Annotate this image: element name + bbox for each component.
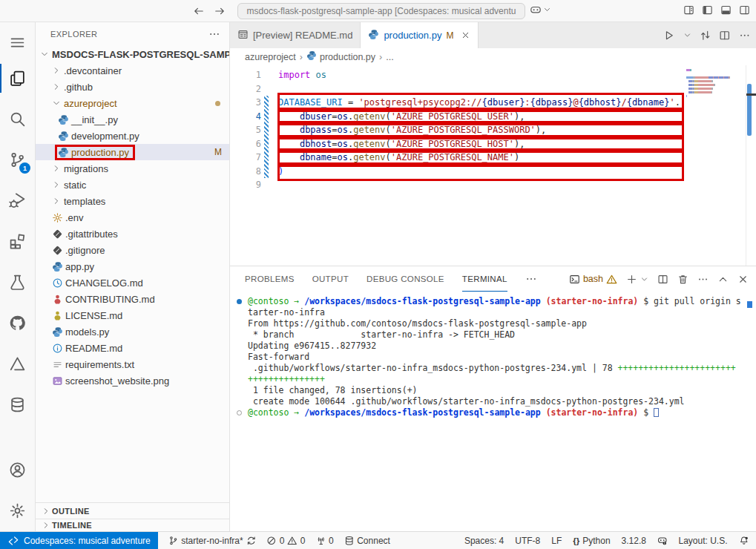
tree-item-screenshot-website.png[interactable]: screenshot_website.png (36, 372, 229, 389)
toggle-panel-icon[interactable] (720, 4, 732, 16)
activity-accounts[interactable] (0, 450, 35, 490)
breadcrumb-item[interactable]: azureproject (245, 52, 296, 62)
activity-testing[interactable] (0, 262, 35, 303)
tree-item-.github[interactable]: .github (36, 79, 229, 95)
code-token: @ (573, 97, 578, 108)
status-encoding[interactable]: UTF-8 (515, 536, 540, 546)
customize-layout-icon[interactable] (683, 4, 694, 16)
activity-search[interactable] (0, 99, 35, 139)
chevron-up-icon[interactable] (717, 274, 729, 285)
tree-item-requirements.txt[interactable]: requirements.txt (36, 356, 229, 372)
run-icon[interactable] (663, 30, 675, 42)
breadcrumb-item[interactable]: production.py (320, 52, 375, 62)
database-icon (344, 536, 355, 546)
tree-item-migrations[interactable]: migrations (36, 160, 229, 177)
panel-tab-terminal[interactable]: TERMINAL (462, 266, 507, 292)
tree-item-.gitignore[interactable]: .gitignore (36, 242, 229, 258)
trash-icon[interactable] (677, 274, 688, 285)
terminal[interactable]: @contoso → /workspaces/msdocs-flask-post… (230, 292, 756, 531)
panel-tab-debug-console[interactable]: DEBUG CONSOLE (367, 266, 444, 292)
status-branch[interactable]: starter-no-infra* (168, 536, 256, 546)
command-decoration[interactable] (237, 299, 242, 304)
chevron-down-icon (39, 50, 50, 59)
tree-item-contributing.md[interactable]: CONTRIBUTING.md (36, 291, 229, 307)
activity-github[interactable] (0, 303, 35, 343)
open-changes-icon[interactable] (700, 30, 711, 42)
activity-explorer[interactable] (0, 58, 35, 99)
tree-item-static[interactable]: static (36, 177, 229, 193)
panel-tab-output[interactable]: OUTPUT (312, 266, 349, 292)
status-python-version[interactable]: 3.12.8 (622, 536, 646, 546)
close-icon[interactable] (737, 274, 749, 285)
tree-item-.env[interactable]: .env (36, 209, 229, 226)
terminal-shell-selector[interactable]: bash (569, 274, 617, 285)
tree-item-app.py[interactable]: app.py (36, 258, 229, 274)
activity-run-and-debug[interactable] (0, 180, 35, 221)
ellipsis-icon[interactable] (697, 274, 709, 285)
arrow-left-icon[interactable] (193, 5, 205, 17)
arrow-right-icon[interactable] (214, 5, 226, 17)
chevron-down-icon[interactable] (640, 274, 648, 285)
status-problems[interactable]: 00 (266, 536, 305, 546)
tree-item--init-.py[interactable]: __init__.py (36, 111, 229, 128)
activity-extensions[interactable] (0, 221, 35, 262)
ellipsis-icon[interactable] (525, 273, 537, 285)
toggle-secondary-sidebar-icon[interactable] (739, 4, 750, 16)
minimap[interactable] (686, 65, 746, 266)
panel-tabs: PROBLEMSOUTPUTDEBUG CONSOLETERMINALbash (230, 266, 756, 292)
status-eol[interactable]: LF (551, 536, 562, 546)
tree-item-azureproject[interactable]: azureproject (36, 95, 229, 111)
tree-item-changelog.md[interactable]: CHANGELOG.md (36, 274, 229, 291)
sidebar-section-timeline[interactable]: TIMELINE (36, 519, 229, 531)
activity-azure[interactable] (0, 343, 35, 384)
status-text: UTF-8 (515, 536, 540, 546)
ellipsis-icon[interactable] (208, 28, 220, 40)
chevron-right-icon (50, 180, 62, 189)
tree-item-development.py[interactable]: development.py (36, 128, 229, 144)
panel-tab-problems[interactable]: PROBLEMS (245, 266, 295, 292)
toggle-primary-sidebar-icon[interactable] (702, 4, 713, 16)
breadcrumb[interactable]: azureproject›production.py›... (230, 48, 756, 65)
tree-item-templates[interactable]: templates (36, 193, 229, 209)
ellipsis-icon[interactable] (739, 30, 751, 42)
copilot-menu[interactable] (530, 4, 551, 16)
bell-icon (739, 536, 749, 546)
tree-item-msdocs-flask-postgresql-sample-...[interactable]: MSDOCS-FLASK-POSTGRESQL-SAMPLE-... (36, 46, 229, 62)
overview-ruler[interactable] (746, 65, 756, 266)
command-decoration[interactable] (237, 410, 242, 415)
plus-icon[interactable] (626, 274, 637, 285)
status-indentation[interactable]: Spaces: 4 (464, 536, 504, 546)
tree-item-license.md[interactable]: LICENSE.md (36, 307, 229, 323)
tree-item-production.py[interactable]: production.pyM (36, 144, 229, 160)
command-center-search[interactable]: msdocs-flask-postgresql-sample-app [Code… (237, 3, 525, 19)
split-editor-icon[interactable] (657, 274, 668, 285)
bottom-panel: PROBLEMSOUTPUTDEBUG CONSOLETERMINALbash … (230, 266, 756, 531)
remote-indicator[interactable]: Codespaces: musical adventure (0, 532, 158, 549)
status-copilot-status[interactable] (657, 536, 668, 546)
breadcrumb-item[interactable]: ... (386, 52, 393, 62)
window-layout-controls (683, 4, 750, 16)
activity-source-control[interactable]: 1 (0, 139, 35, 180)
tab--preview-readme.md[interactable]: [Preview] README.md (230, 22, 361, 48)
tree-item-readme.md[interactable]: README.md (36, 340, 229, 356)
activity-settings[interactable] (0, 490, 35, 531)
split-editor-icon[interactable] (719, 30, 731, 42)
status-connect[interactable]: Connect (344, 536, 390, 546)
contributing-icon (50, 294, 64, 305)
activity-menu[interactable] (0, 27, 35, 58)
chevron-down-icon[interactable] (683, 31, 691, 39)
tab-production.py[interactable]: production.pyM (361, 22, 479, 48)
status-ports[interactable]: 0 (316, 536, 334, 546)
tree-item-.gitattributes[interactable]: .gitattributes (36, 226, 229, 242)
status-notifications[interactable] (739, 536, 749, 546)
activity-database[interactable] (0, 384, 35, 425)
tree-item-.devcontainer[interactable]: .devcontainer (36, 62, 229, 79)
close-icon[interactable] (461, 30, 470, 40)
status-language[interactable]: {}Python (573, 536, 610, 546)
tree-item-models.py[interactable]: models.py (36, 323, 229, 340)
status-keyboard-layout[interactable]: Layout: U.S. (678, 536, 727, 546)
minimap-token (698, 91, 711, 93)
sidebar-section-outline[interactable]: OUTLINE (36, 502, 229, 519)
python-icon (56, 114, 70, 125)
code-editor[interactable]: 1import os23DATABASE_URI = 'postgresql+p… (230, 65, 756, 266)
